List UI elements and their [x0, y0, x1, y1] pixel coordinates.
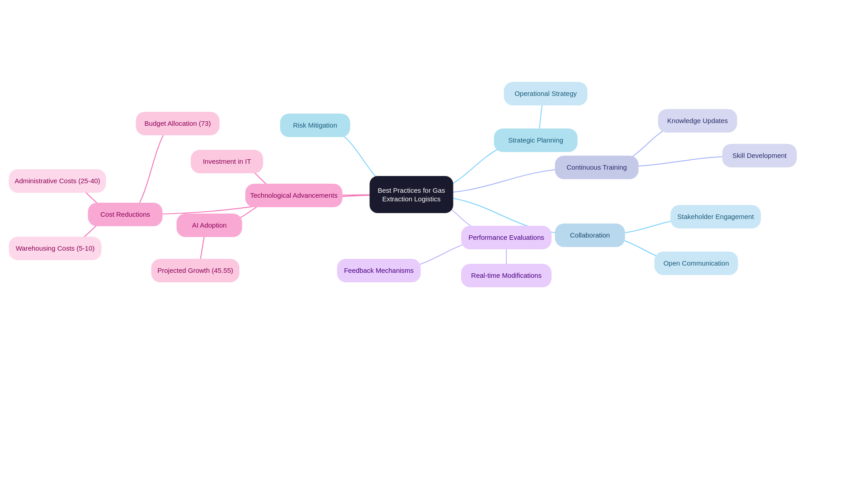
node-label-ai-adoption: AI Adoption — [190, 221, 229, 230]
node-label-collaboration: Collaboration — [568, 231, 612, 240]
center-node[interactable]: Best Practices for Gas Extraction Logist… — [370, 176, 453, 213]
node-operational-strategy[interactable]: Operational Strategy — [504, 82, 588, 105]
node-feedback-mechanisms[interactable]: Feedback Mechanisms — [337, 259, 421, 282]
node-label-operational-strategy: Operational Strategy — [513, 89, 579, 98]
node-projected-growth[interactable]: Projected Growth (45.55) — [151, 259, 240, 282]
node-real-time-modifications[interactable]: Real-time Modifications — [461, 264, 552, 287]
node-label-knowledge-updates: Knowledge Updates — [665, 116, 730, 125]
node-label-real-time-modifications: Real-time Modifications — [469, 271, 543, 280]
node-label-feedback-mechanisms: Feedback Mechanisms — [342, 266, 415, 275]
node-label-open-communication: Open Communication — [661, 259, 731, 268]
node-technological-advancements[interactable]: Technological Advancements — [245, 184, 343, 207]
node-administrative-costs[interactable]: Administrative Costs (25-40) — [9, 169, 106, 193]
node-label-technological-advancements: Technological Advancements — [248, 191, 339, 200]
node-collaboration[interactable]: Collaboration — [555, 224, 625, 247]
center-node-label: Best Practices for Gas Extraction Logist… — [376, 186, 447, 204]
node-warehousing-costs[interactable]: Warehousing Costs (5-10) — [9, 237, 102, 260]
node-label-skill-development: Skill Development — [731, 151, 788, 160]
node-label-stakeholder-engagement: Stakeholder Engagement — [675, 212, 755, 221]
node-risk-mitigation[interactable]: Risk Mitigation — [280, 114, 350, 137]
node-label-strategic-planning: Strategic Planning — [506, 136, 565, 145]
node-ai-adoption[interactable]: AI Adoption — [177, 214, 242, 237]
node-investment-in-it[interactable]: Investment in IT — [191, 150, 263, 173]
node-label-cost-reductions: Cost Reductions — [99, 210, 152, 219]
node-label-investment-in-it: Investment in IT — [201, 157, 253, 166]
node-label-risk-mitigation: Risk Mitigation — [291, 121, 339, 130]
node-performance-evaluations[interactable]: Performance Evaluations — [461, 226, 552, 249]
node-strategic-planning[interactable]: Strategic Planning — [494, 128, 578, 152]
node-stakeholder-engagement[interactable]: Stakeholder Engagement — [670, 205, 761, 228]
node-label-budget-allocation: Budget Allocation (73) — [143, 119, 213, 128]
node-label-warehousing-costs: Warehousing Costs (5-10) — [14, 244, 97, 253]
node-knowledge-updates[interactable]: Knowledge Updates — [658, 109, 737, 133]
node-continuous-training[interactable]: Continuous Training — [555, 156, 639, 179]
node-label-administrative-costs: Administrative Costs (25-40) — [13, 176, 102, 186]
node-label-continuous-training: Continuous Training — [565, 163, 628, 172]
node-cost-reductions[interactable]: Cost Reductions — [88, 203, 163, 226]
node-label-projected-growth: Projected Growth (45.55) — [156, 266, 235, 275]
connections-svg — [0, 0, 868, 490]
node-budget-allocation[interactable]: Budget Allocation (73) — [136, 112, 220, 135]
mindmap-container: Best Practices for Gas Extraction Logist… — [0, 0, 868, 490]
node-skill-development[interactable]: Skill Development — [722, 144, 797, 167]
node-open-communication[interactable]: Open Communication — [655, 252, 738, 275]
node-label-performance-evaluations: Performance Evaluations — [467, 233, 546, 242]
